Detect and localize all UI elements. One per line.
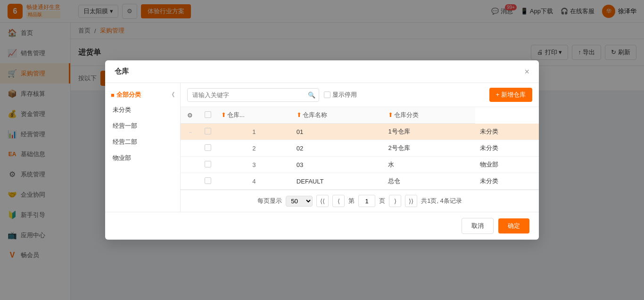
add-warehouse-button[interactable]: + 新增仓库	[489, 88, 532, 91]
collapse-button[interactable]: 《	[169, 91, 174, 92]
modal-body: ■ 全部分类 《 未分类 经营一部 经营二部 物业部 🔍	[105, 83, 539, 91]
show-disabled-toggle[interactable]: 显示停用	[324, 91, 357, 91]
right-toolbar: 🔍 显示停用 + 新增仓库	[181, 83, 539, 91]
modal-title: 仓库	[115, 67, 129, 76]
category-panel: ■ 全部分类 《 未分类 经营一部 经营二部 物业部	[105, 83, 181, 91]
search-input[interactable]	[187, 88, 319, 92]
search-wrap: 🔍	[187, 88, 319, 92]
all-categories-label: ■ 全部分类	[111, 91, 141, 91]
show-disabled-label: 显示停用	[332, 91, 357, 91]
warehouse-modal: 仓库 × ■ 全部分类 《 未分类 经营一部 经营二部 物业部	[105, 60, 539, 91]
modal-close-button[interactable]: ×	[524, 67, 529, 76]
category-header: ■ 全部分类 《	[105, 88, 180, 91]
right-panel: 🔍 显示停用 + 新增仓库 ⚙	[181, 83, 539, 91]
modal-header: 仓库 ×	[105, 60, 539, 83]
modal-overlay: 仓库 × ■ 全部分类 《 未分类 经营一部 经营二部 物业部	[0, 0, 644, 91]
